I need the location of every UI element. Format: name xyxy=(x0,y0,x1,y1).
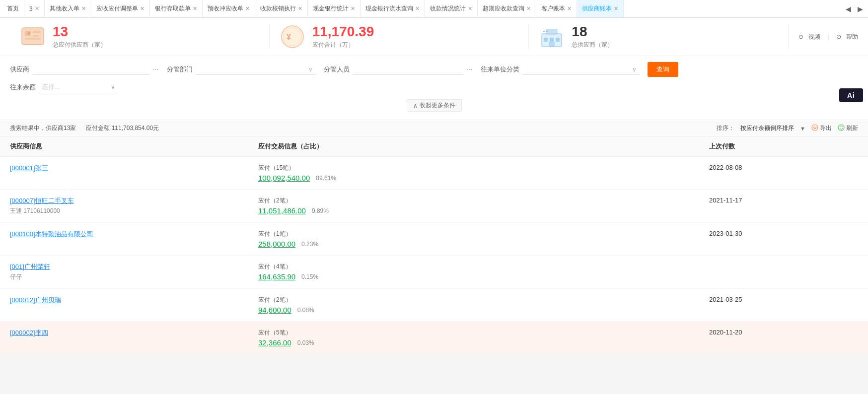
person-dots-btn[interactable]: ··· xyxy=(466,65,473,74)
nav-next-arrow[interactable]: ▶ xyxy=(854,0,866,18)
nav-tab-cash-bank-flow[interactable]: 现金银行流水查询✕ xyxy=(361,0,425,18)
summary-info-3: 18 总供应商（家） xyxy=(572,24,613,49)
nav-tab-close[interactable]: ✕ xyxy=(526,5,531,12)
tx-amount-link[interactable]: 100,092,540.00 xyxy=(258,174,310,182)
nav-tab-home[interactable]: 首页 xyxy=(2,0,24,18)
help-link[interactable]: 帮助 xyxy=(846,33,858,41)
collapse-button[interactable]: ∧ 收起更多条件 xyxy=(407,99,462,112)
nav-tab-close[interactable]: ✕ xyxy=(193,5,197,12)
nav-tab-close[interactable]: ✕ xyxy=(351,5,355,12)
nav-tab-close[interactable]: ✕ xyxy=(140,5,145,12)
svg-point-18 xyxy=(838,125,844,131)
nav-tab-close[interactable]: ✕ xyxy=(35,5,39,12)
supplier-link[interactable]: [000100]本特勤油品有限公司 xyxy=(10,230,93,238)
tx-row: 11,051,486.00 9.89% xyxy=(258,206,709,215)
nav-tab-label: 收款核销执行 xyxy=(260,4,296,13)
table-row: [000100]本特勤油品有限公司 应付（1笔） 258,000.00 0.23… xyxy=(0,223,868,256)
nav-tab-close[interactable]: ✕ xyxy=(614,5,618,12)
sort-label: 排序： xyxy=(717,124,734,132)
nav-tab-supplier-account[interactable]: 供应商账本✕ xyxy=(577,0,624,18)
tx-amount-link[interactable]: 94,600.00 xyxy=(258,306,291,314)
svg-rect-3 xyxy=(33,35,39,37)
nav-tab-label: 银行存取款单 xyxy=(155,4,191,13)
summary-card-3: 18 总供应商（家） xyxy=(529,24,789,50)
refresh-icon xyxy=(838,124,845,132)
nav-tab-bank-deposit[interactable]: 银行存取款单✕ xyxy=(150,0,203,18)
tx-amount-link[interactable]: 258,000.00 xyxy=(258,240,295,248)
video-link[interactable]: 视频 xyxy=(808,33,820,41)
nav-tab-receipt-stat[interactable]: 收款情况统计✕ xyxy=(425,0,478,18)
nav-tab-label: 供应商账本 xyxy=(582,4,612,13)
tx-label: 应付（5笔） xyxy=(258,328,709,337)
nav-tab-close[interactable]: ✕ xyxy=(81,5,86,12)
nav-prev-arrow[interactable]: ◀ xyxy=(842,0,854,18)
results-amount-text: 应付金额 111,703,854.00元 xyxy=(86,124,159,132)
supplier-dots-btn[interactable]: ··· xyxy=(152,65,159,74)
summary-section: ¥ 13 总应付供应商（家） ¥ 11,170.39 应付合计（万） xyxy=(0,18,868,56)
svg-rect-15 xyxy=(543,31,545,32)
help-icon: ⊙ xyxy=(836,33,841,40)
nav-tab-tab3[interactable]: 3✕ xyxy=(24,0,45,18)
collapse-row: ∧ 收起更多条件 xyxy=(10,97,858,116)
nav-tab-close[interactable]: ✕ xyxy=(567,5,572,12)
person-label: 分管人员 xyxy=(324,65,350,74)
nav-tab-ap-adjust[interactable]: 应收应付调整单✕ xyxy=(91,0,150,18)
balance-select-text: 选择... xyxy=(42,82,109,91)
top-right-links: ⊙ 视频 ｜ ⊙ 帮助 xyxy=(789,33,858,41)
svg-point-6 xyxy=(282,26,303,48)
table-row: [001]广州荣轩 仔仔 应付（4笔） 164,635.90 0.15% xyxy=(0,256,868,289)
category-chevron-icon: ∨ xyxy=(632,66,637,73)
category-select[interactable]: ∨ xyxy=(522,65,640,75)
tx-amount-link[interactable]: 164,635.90 xyxy=(258,272,295,281)
person-filter: 分管人员 ··· xyxy=(324,64,473,75)
nav-tab-label: 首页 xyxy=(7,4,19,13)
tx-label: 应付（15笔） xyxy=(258,164,709,172)
transaction-cell: 应付（2笔） 94,600.00 0.08% xyxy=(258,296,709,314)
tx-row: 32,366.00 0.03% xyxy=(258,338,709,347)
supplier-link[interactable]: [000002]李四 xyxy=(10,329,48,336)
nav-tab-close[interactable]: ✕ xyxy=(245,5,250,12)
svg-rect-16 xyxy=(546,31,548,32)
supplier-link[interactable]: [001]广州荣轩 xyxy=(10,263,50,270)
nav-tab-pre-charge[interactable]: 预收冲应收单✕ xyxy=(203,0,255,18)
nav-tab-close[interactable]: ✕ xyxy=(298,5,302,12)
supplier-cell: [000007]恒旺二手叉车 王通 17106110000 xyxy=(10,197,258,215)
tx-amount-link[interactable]: 11,051,486.00 xyxy=(258,206,306,215)
supplier-link[interactable]: [000001]张三 xyxy=(10,164,48,172)
balance-label: 往来余额 xyxy=(10,83,36,92)
nav-tab-label: 应收应付调整单 xyxy=(96,4,138,13)
export-button[interactable]: 导出 xyxy=(811,124,832,132)
transaction-cell: 应付（1笔） 258,000.00 0.23% xyxy=(258,230,709,248)
sort-value[interactable]: 按应付余额倒序排序 xyxy=(740,124,794,132)
supplier-link[interactable]: [000012]广州贝瑞 xyxy=(10,296,61,304)
nav-tab-close[interactable]: ✕ xyxy=(468,5,472,12)
last-pay-cell: 2023-01-30 xyxy=(709,230,858,237)
refresh-button[interactable]: 刷新 xyxy=(838,124,858,132)
svg-text:¥: ¥ xyxy=(287,33,291,41)
total-suppliers-icon xyxy=(539,24,565,50)
supplier-input[interactable] xyxy=(32,64,149,75)
person-input[interactable] xyxy=(353,64,463,75)
tx-row: 258,000.00 0.23% xyxy=(258,240,709,248)
nav-tab-other-income[interactable]: 其他收入单✕ xyxy=(45,0,91,18)
balance-filter: 往来余额 选择... ∨ xyxy=(10,81,139,93)
search-button[interactable]: 查询 xyxy=(648,62,678,77)
nav-tab-cash-bank-stat[interactable]: 现金银行统计✕ xyxy=(308,0,361,18)
tx-percent: 9.89% xyxy=(312,207,329,214)
supplier-link[interactable]: [000007]恒旺二手叉车 xyxy=(10,197,74,204)
supplier-cell: [000001]张三 xyxy=(10,164,258,173)
tx-percent: 0.03% xyxy=(297,339,314,346)
table-row: [000007]恒旺二手叉车 王通 17106110000 应付（2笔） 11,… xyxy=(0,190,868,223)
total-suppliers-value: 18 xyxy=(572,24,613,40)
nav-tab-close[interactable]: ✕ xyxy=(415,5,420,12)
svg-rect-11 xyxy=(544,38,548,42)
tx-amount-link[interactable]: 32,366.00 xyxy=(258,338,291,347)
payable-total-label: 应付合计（万） xyxy=(312,41,374,49)
nav-tab-label: 收款情况统计 xyxy=(430,4,466,13)
svg-rect-2 xyxy=(33,31,41,33)
nav-tab-overdue-query[interactable]: 超期应收款查询✕ xyxy=(478,0,536,18)
nav-tab-customer-account[interactable]: 客户账本✕ xyxy=(536,0,577,18)
balance-select[interactable]: 选择... ∨ xyxy=(39,81,118,93)
dept-select[interactable]: ∨ xyxy=(196,65,316,75)
nav-tab-receipt-exec[interactable]: 收款核销执行✕ xyxy=(255,0,308,18)
